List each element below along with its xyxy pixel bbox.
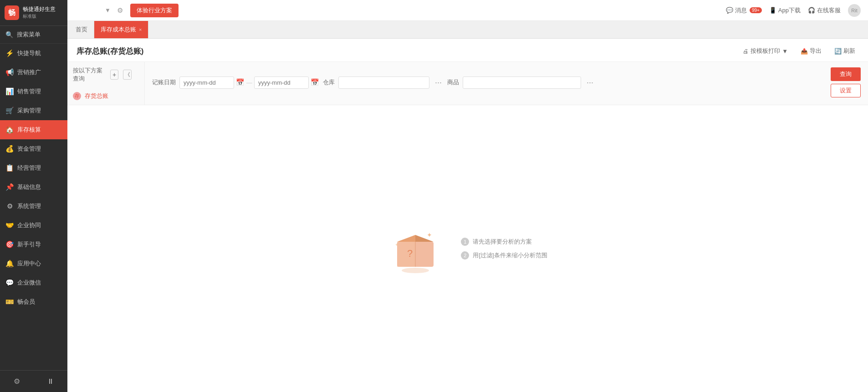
- print-btn[interactable]: 🖨 按模板打印 ▼: [739, 45, 791, 57]
- settings-btn[interactable]: 设置: [831, 84, 861, 97]
- member-icon: 🎫: [5, 298, 14, 306]
- sidebar-item-marketing[interactable]: 📢 营销推广: [0, 63, 67, 82]
- trial-btn[interactable]: 体验行业方案: [130, 4, 179, 17]
- online-service-btn[interactable]: 🎧 在线客服: [808, 6, 841, 15]
- date-label: 记账日期: [152, 78, 176, 87]
- sales-icon: 📊: [5, 87, 14, 96]
- system-icon: ⚙: [5, 202, 14, 210]
- tabs-bar: 首页 库存成本总账 ×: [67, 21, 868, 39]
- query-btn[interactable]: 查询: [831, 67, 861, 81]
- print-dropdown-icon: ▼: [782, 48, 788, 55]
- sidebar-item-label: 经营管理: [17, 164, 41, 172]
- sidebar-item-basic[interactable]: 📌 基础信息: [0, 178, 67, 197]
- sidebar-collapse-btn[interactable]: ⏸: [44, 375, 57, 388]
- sidebar-item-member[interactable]: 🎫 畅会员: [0, 292, 67, 311]
- online-service-label: 在线客服: [817, 6, 841, 15]
- print-label: 按模板打印: [751, 47, 780, 55]
- svg-text:✦: ✦: [427, 231, 432, 239]
- sidebar-nav: ⚡ 快捷导航 📢 营销推广 📊 销售管理 🛒 采购管理 🏠 库存核算 💰 资金管…: [0, 44, 67, 370]
- user-avatar[interactable]: Rit: [848, 4, 861, 17]
- sidebar-item-guide[interactable]: 🎯 新手引导: [0, 235, 67, 254]
- sidebar-item-label: 销售管理: [17, 87, 41, 96]
- sidebar-item-label: 采购管理: [17, 107, 41, 115]
- empty-illustration: ✦ ✦ ?: [388, 221, 443, 276]
- app-logo-icon: 畅: [5, 5, 19, 20]
- app-name: 畅捷通好生意: [23, 6, 56, 13]
- date-group: 📅 — 📅: [179, 76, 319, 89]
- tab-home[interactable]: 首页: [69, 21, 94, 38]
- refresh-label: 刷新: [843, 47, 855, 55]
- filter-action-btns: 查询 设置: [831, 67, 861, 97]
- enterprise-icon: 🤝: [5, 221, 14, 229]
- export-label: 导出: [810, 47, 822, 55]
- page-header: 库存总账(存货总账) 🖨 按模板打印 ▼ 📤 导出 🔄 刷新: [67, 39, 868, 62]
- sidebar-item-enterprise[interactable]: 🤝 企业协同: [0, 216, 67, 235]
- warehouse-label: 仓库: [323, 78, 335, 87]
- page-content: 库存总账(存货总账) 🖨 按模板打印 ▼ 📤 导出 🔄 刷新: [67, 39, 868, 392]
- scheme-icon: 存: [73, 92, 81, 100]
- sidebar-item-label: 营销推广: [17, 68, 41, 76]
- sidebar-item-wechat[interactable]: 💬 企业微信: [0, 273, 67, 292]
- topbar-title-area: ▼ ⚙: [75, 6, 123, 15]
- basic-icon: 📌: [5, 183, 14, 191]
- refresh-btn[interactable]: 🔄 刷新: [831, 45, 859, 57]
- app-center-icon: 🔔: [5, 260, 14, 268]
- sidebar-item-label: 应用中心: [17, 260, 41, 268]
- sidebar-item-quick-nav[interactable]: ⚡ 快捷导航: [0, 44, 67, 63]
- calendar-start-icon[interactable]: 📅: [236, 78, 245, 87]
- date-separator: —: [246, 79, 252, 86]
- goods-more-btn[interactable]: ···: [585, 78, 595, 87]
- sidebar-item-label: 快捷导航: [17, 49, 41, 57]
- sidebar-item-system[interactable]: ⚙ 系统管理: [0, 197, 67, 216]
- sidebar-logo: 畅 畅捷通好生意 标准版: [0, 0, 67, 26]
- business-icon: 📋: [5, 164, 14, 172]
- hint-text-1: 请先选择要分析的方案: [473, 238, 532, 246]
- page-title: 库存总账(存货总账): [77, 46, 143, 56]
- filter-collapse-btn[interactable]: 《: [123, 70, 132, 80]
- sidebar-item-label: 企业协同: [17, 221, 41, 229]
- date-end-input[interactable]: [254, 76, 309, 89]
- sidebar-item-finance[interactable]: 💰 资金管理: [0, 139, 67, 158]
- sidebar-search-label: 搜索菜单: [17, 31, 41, 39]
- finance-icon: 💰: [5, 145, 14, 153]
- warehouse-more-btn[interactable]: ···: [433, 78, 444, 87]
- sidebar-item-business[interactable]: 📋 经营管理: [0, 158, 67, 178]
- filter-label: 按以下方案查询: [73, 66, 107, 83]
- tab-inventory-cost[interactable]: 库存成本总账 ×: [94, 21, 148, 38]
- sidebar: 畅 畅捷通好生意 标准版 🔍 搜索菜单 ⚡ 快捷导航 📢 营销推广 📊 销售管理…: [0, 0, 67, 392]
- sidebar-item-label: 库存核算: [17, 126, 41, 134]
- sidebar-bottom: ⚙ ⏸: [0, 370, 67, 392]
- goods-input[interactable]: [463, 76, 581, 89]
- sidebar-item-app-center[interactable]: 🔔 应用中心: [0, 254, 67, 273]
- app-download-btn[interactable]: 📱 App下载: [769, 6, 801, 15]
- filter-add-btn[interactable]: +: [110, 70, 119, 80]
- message-badge: 99+: [750, 7, 762, 13]
- print-icon: 🖨: [743, 48, 749, 55]
- hint-text-2: 用[过滤]条件来缩小分析范围: [473, 251, 547, 260]
- message-btn[interactable]: 💬 消息 99+: [726, 6, 762, 15]
- purchase-icon: 🛒: [5, 107, 14, 115]
- scheme-label: 存货总账: [85, 92, 108, 100]
- sidebar-item-sales[interactable]: 📊 销售管理: [0, 82, 67, 101]
- sidebar-settings-btn[interactable]: ⚙: [11, 374, 23, 388]
- inventory-icon: 🏠: [5, 126, 14, 134]
- topbar-left: ▼ ⚙ 体验行业方案: [75, 4, 726, 17]
- tab-close-icon[interactable]: ×: [139, 27, 142, 32]
- export-btn[interactable]: 📤 导出: [797, 45, 825, 57]
- sidebar-item-inventory[interactable]: 🏠 库存核算: [0, 120, 67, 139]
- sidebar-item-label: 系统管理: [17, 202, 41, 210]
- scheme-item-inventory[interactable]: 存 存货总账: [67, 87, 144, 105]
- calendar-end-icon[interactable]: 📅: [311, 78, 319, 87]
- sidebar-search[interactable]: 🔍 搜索菜单: [0, 26, 67, 44]
- date-start-input[interactable]: [179, 76, 234, 89]
- sidebar-item-purchase[interactable]: 🛒 采购管理: [0, 101, 67, 120]
- filter-row-1: 记账日期 📅 — 📅 仓库 ··· 商品 ··· 查: [152, 67, 861, 97]
- tab-inventory-cost-label: 库存成本总账: [101, 25, 136, 34]
- topbar-dropdown-icon[interactable]: ▼: [105, 7, 111, 14]
- wechat-icon: 💬: [5, 279, 14, 287]
- sidebar-item-label: 企业微信: [17, 279, 41, 287]
- topbar-settings-icon[interactable]: ⚙: [117, 6, 123, 15]
- app-download-label: App下载: [778, 6, 801, 15]
- warehouse-input[interactable]: [338, 76, 429, 89]
- scheme-sidebar: 按以下方案查询 + 《 存 存货总账: [67, 62, 145, 105]
